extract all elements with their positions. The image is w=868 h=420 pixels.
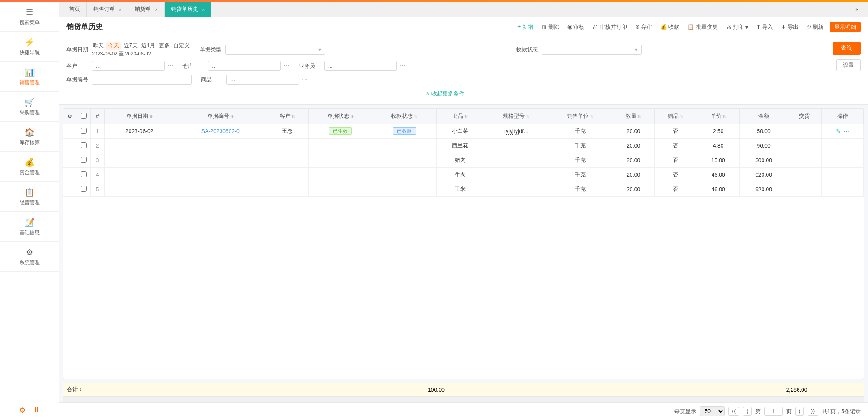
table-settings-col[interactable]: ⚙ — [63, 109, 77, 124]
product-input[interactable] — [226, 75, 299, 85]
edit-btn-0[interactable]: ✎ — [836, 128, 841, 135]
preset-today[interactable]: 今天 — [106, 42, 121, 50]
import-button[interactable]: ⬆ 导入 — [754, 22, 775, 32]
row-price-4: 46.00 — [697, 182, 739, 197]
audit-print-button[interactable]: 🖨 审核并打印 — [591, 22, 628, 32]
row-checkbox-1[interactable] — [77, 139, 90, 153]
audit-button[interactable]: ◉ 审核 — [566, 22, 586, 32]
sidebar-item-quick-nav[interactable]: ⚡ 快捷导航 — [0, 32, 59, 62]
select-all-checkbox[interactable] — [81, 113, 87, 119]
payment-status-select[interactable]: ▾ — [542, 45, 642, 55]
sidebar: ☰ 搜索菜单 ⚡ 快捷导航 📊 销售管理 🛒 采购管理 🏠 库存核算 💰 资金管… — [0, 2, 59, 420]
tab-delivery-history[interactable]: 销货单历史 × — [165, 2, 211, 17]
row-checkbox-4[interactable] — [77, 182, 90, 197]
row-settings-4 — [63, 182, 77, 197]
preset-7days[interactable]: 近7天 — [123, 42, 139, 50]
tab-delivery-close[interactable]: × — [155, 7, 157, 12]
per-page-select[interactable]: 50 100 200 — [700, 406, 725, 416]
window-close-btn[interactable]: × — [850, 6, 864, 13]
row-doc-no-0[interactable]: SA-20230602-0 — [175, 124, 266, 139]
product-filter-group: 商品 ··· — [201, 75, 308, 85]
more-btn-0[interactable]: ⋯ — [843, 128, 849, 135]
filter-settings-button[interactable]: 设置 — [836, 59, 861, 71]
preset-more[interactable]: 更多 — [158, 42, 171, 50]
row-checkbox-0[interactable] — [77, 124, 90, 139]
sidebar-item-finance-mgmt[interactable]: 💰 资金管理 — [0, 152, 59, 182]
row-doc-no-1[interactable] — [175, 139, 266, 153]
row-price-0: 2.50 — [697, 124, 739, 139]
sidebar-item-search-menu[interactable]: ☰ 搜索菜单 — [0, 2, 59, 32]
staff-ellipsis[interactable]: ··· — [400, 62, 406, 70]
tab-delivery-history-close[interactable]: × — [202, 7, 205, 12]
staff-input[interactable] — [324, 61, 397, 71]
abandon-button[interactable]: ⊗ 弃审 — [633, 22, 654, 32]
sidebar-pause-icon[interactable]: ⏸ — [33, 406, 40, 415]
query-button[interactable]: 查询 — [833, 42, 861, 55]
col-doc-status[interactable]: 单据状态⇅ — [308, 109, 372, 124]
new-button[interactable]: + 新增 — [516, 22, 535, 32]
collect-button[interactable]: 💰 收款 — [658, 22, 681, 32]
tab-delivery[interactable]: 销货单 × — [128, 2, 164, 17]
sidebar-item-sys-mgmt[interactable]: ⚙ 系统管理 — [0, 242, 59, 272]
sidebar-item-ops-mgmt[interactable]: 📋 经营管理 — [0, 182, 59, 212]
preset-yesterday[interactable]: 昨天 — [92, 42, 105, 50]
collapse-filter-btn[interactable]: ∧ 收起更多条件 — [66, 88, 823, 100]
col-qty[interactable]: 数量⇅ — [612, 109, 655, 124]
col-spec[interactable]: 规格型号⇅ — [484, 109, 548, 124]
col-customer[interactable]: 客户⇅ — [266, 109, 308, 124]
table-settings-icon[interactable]: ⚙ — [67, 113, 72, 120]
show-detail-button[interactable]: 显示明细 — [830, 22, 861, 32]
customer-input[interactable] — [92, 61, 165, 71]
col-date[interactable]: 单据日期⇅ — [104, 109, 175, 124]
date-preset-group: 昨天 今天 近7天 近1月 更多 自定义 — [92, 42, 191, 50]
warehouse-input[interactable] — [208, 61, 281, 71]
col-product[interactable]: 商品⇅ — [437, 109, 484, 124]
col-doc-no[interactable]: 单据编号⇅ — [175, 109, 266, 124]
customer-ellipsis[interactable]: ··· — [167, 62, 173, 70]
doc-type-select[interactable]: ▾ — [225, 45, 325, 55]
print-button[interactable]: 🖨 打印 ▾ — [724, 22, 750, 32]
row-payment-status-0: 已收款 — [372, 124, 437, 139]
col-price[interactable]: 单价⇅ — [697, 109, 739, 124]
row-amount-2: 300.00 — [739, 153, 788, 168]
sidebar-item-purchase-mgmt[interactable]: 🛒 采购管理 — [0, 92, 59, 122]
doc-no-input[interactable] — [92, 75, 192, 85]
sidebar-item-sales-mgmt[interactable]: 📊 销售管理 — [0, 62, 59, 92]
tab-sales-order[interactable]: 销售订单 × — [87, 2, 128, 17]
sidebar-item-inventory-calc[interactable]: 🏠 库存核算 — [0, 122, 59, 152]
ops-mgmt-icon: 📋 — [25, 187, 35, 197]
refresh-button[interactable]: ↻ 刷新 — [805, 22, 825, 32]
tab-sales-order-close[interactable]: × — [119, 7, 121, 12]
col-unit[interactable]: 销售单位⇅ — [548, 109, 612, 124]
row-doc-no-2[interactable] — [175, 153, 266, 168]
export-button[interactable]: ⬇ 导出 — [779, 22, 800, 32]
horizontal-scrollbar[interactable] — [63, 397, 864, 402]
sidebar-settings-icon[interactable]: ⚙ — [19, 406, 25, 415]
warehouse-ellipsis[interactable]: ··· — [283, 62, 289, 70]
row-doc-no-4[interactable] — [175, 182, 266, 197]
product-ellipsis[interactable]: ··· — [302, 75, 308, 84]
col-gift[interactable]: 赠品⇅ — [655, 109, 697, 124]
prev-page-button[interactable]: ⟨ — [743, 407, 752, 416]
row-date-0: 2023-06-02 — [104, 124, 175, 139]
sidebar-item-basic-info[interactable]: 📝 基础信息 — [0, 212, 59, 242]
col-payment-status[interactable]: 收款状态⇅ — [372, 109, 437, 124]
row-num-0: 1 — [90, 124, 104, 139]
delete-button[interactable]: 🗑 删除 — [540, 22, 561, 32]
table-checkbox-col[interactable] — [77, 109, 90, 124]
last-page-button[interactable]: ⟩⟩ — [808, 407, 818, 416]
row-num-2: 3 — [90, 153, 104, 168]
batch-change-button[interactable]: 📋 批量变更 — [686, 22, 719, 32]
page-input[interactable]: 1 — [764, 407, 783, 416]
row-checkbox-3[interactable] — [77, 168, 90, 182]
row-checkbox-2[interactable] — [77, 153, 90, 168]
preset-custom[interactable]: 自定义 — [172, 42, 191, 50]
table-row: 2 西兰花 千克 20.00 否 4.80 96.00 — [63, 139, 864, 153]
row-spec-0: tyjyjtyjdf... — [484, 124, 548, 139]
first-page-button[interactable]: ⟨⟨ — [728, 407, 739, 416]
preset-1month[interactable]: 近1月 — [140, 42, 156, 50]
row-amount-3: 920.00 — [739, 168, 788, 182]
tab-home[interactable]: 首页 — [63, 2, 87, 17]
next-page-button[interactable]: ⟩ — [795, 407, 804, 416]
row-doc-no-3[interactable] — [175, 168, 266, 182]
